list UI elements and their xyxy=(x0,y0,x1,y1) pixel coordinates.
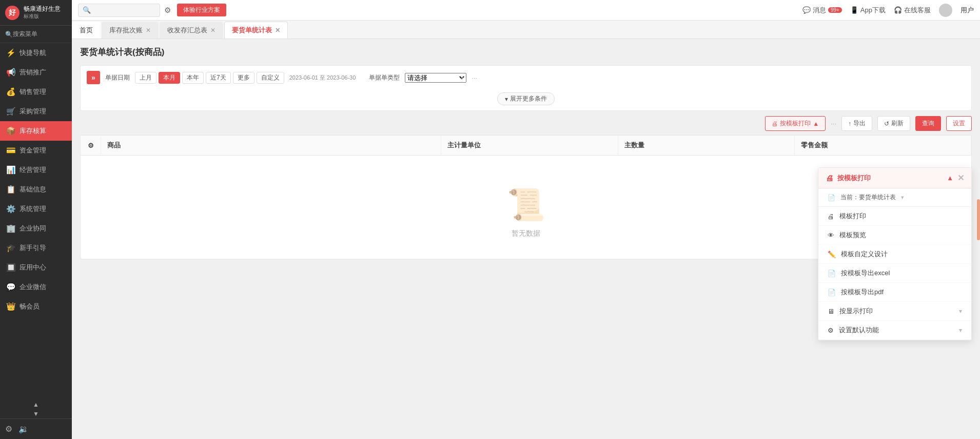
item-label-template-print: 模板打印 xyxy=(839,212,866,221)
date-btn-上月[interactable]: 上月 xyxy=(135,72,156,84)
print-item-template-design[interactable]: ✏️模板自定义设计 xyxy=(818,245,971,264)
scroll-down-arrow[interactable]: ▼ xyxy=(30,409,42,418)
tab-库存批次账[interactable]: 库存批次账✕ xyxy=(102,22,159,39)
print-item-template-preview[interactable]: 👁模板预览 xyxy=(818,226,971,245)
sidebar-item-basic[interactable]: 📋基础信息 xyxy=(0,180,72,199)
table-col-4: 零售金额 xyxy=(795,136,971,155)
app-icon: 📱 xyxy=(850,6,858,14)
table-settings-icon[interactable]: ⚙ xyxy=(88,142,94,149)
page-title: 要货单统计表(按商品) xyxy=(80,46,972,58)
message-label: 消息 xyxy=(813,6,826,15)
message-icon: 💬 xyxy=(802,6,811,14)
print-label: 按模板打印 xyxy=(780,119,811,128)
current-sub-arrow: ▾ xyxy=(901,194,904,201)
sidebar-nav: ⚡快捷导航📢营销推广💰销售管理🛒采购管理📦库存核算💳资金管理📊经营管理📋基础信息… xyxy=(0,43,72,400)
settings-button[interactable]: 设置 xyxy=(946,116,972,131)
print-button[interactable]: 🖨 按模板打印 ▲ xyxy=(765,116,826,131)
app-download-label: App下载 xyxy=(860,6,886,15)
topbar: 🔍 ⚙ 体验行业方案 💬 消息 99+ 📱 App下载 🎧 在线客服 用户 xyxy=(72,0,980,21)
refresh-label: 刷新 xyxy=(891,119,904,128)
refresh-icon: ↺ xyxy=(884,120,889,127)
expand-conditions-button[interactable]: ▾ 展开更多条件 xyxy=(497,92,555,105)
online-service-button[interactable]: 🎧 在线客服 xyxy=(894,6,931,15)
tab-收发存汇总表[interactable]: 收发存汇总表✕ xyxy=(160,22,223,39)
query-button[interactable]: 查询 xyxy=(915,116,941,131)
sidebar-item-system[interactable]: ⚙️系统管理 xyxy=(0,199,72,219)
sidebar-icon-basic: 📋 xyxy=(6,185,15,194)
scroll-up-arrow[interactable]: ▲ xyxy=(30,400,42,409)
tab-bar: 首页库存批次账✕收发存汇总表✕要货单统计表✕ xyxy=(72,21,980,39)
sidebar-item-apps[interactable]: 🔲应用中心 xyxy=(0,258,72,277)
user-avatar[interactable] xyxy=(939,4,952,17)
print-item-default-setting[interactable]: ⚙设置默认功能▾ xyxy=(818,321,971,340)
refresh-button[interactable]: ↺ 刷新 xyxy=(877,116,910,131)
message-button[interactable]: 💬 消息 99+ xyxy=(802,6,842,15)
sidebar-label-inventory: 库存核算 xyxy=(19,126,46,136)
print-dropdown-title: 按模板打印 xyxy=(837,174,871,183)
sidebar-item-finance[interactable]: 💳资金管理 xyxy=(0,141,72,160)
sidebar-item-operation[interactable]: 📊经营管理 xyxy=(0,160,72,180)
sidebar-icon-member: 👑 xyxy=(6,302,15,311)
topbar-search-box[interactable]: 🔍 xyxy=(78,4,160,17)
sidebar-icon-quick-nav: ⚡ xyxy=(6,48,15,58)
sidebar-icon-wechat: 💬 xyxy=(6,282,15,292)
tab-close[interactable]: ✕ xyxy=(210,27,215,34)
sidebar-item-guide[interactable]: 🎓新手引导 xyxy=(0,238,72,258)
app-logo: 好 畅康通好生意 标准版 xyxy=(0,0,72,26)
tab-label: 收发存汇总表 xyxy=(167,26,207,35)
sidebar-item-inventory[interactable]: 📦库存核算 xyxy=(0,121,72,141)
table-col-0: ⚙ xyxy=(81,137,101,155)
type-select-wrapper[interactable]: 请选择 ▾ xyxy=(405,73,466,83)
sidebar-item-wechat[interactable]: 💬企业微信 xyxy=(0,277,72,297)
app-download-button[interactable]: 📱 App下载 xyxy=(850,6,886,15)
sidebar-scrollbar: ▲ ▼ xyxy=(0,400,72,418)
date-btn-本年[interactable]: 本年 xyxy=(182,72,204,84)
print-dropdown-header: 🖨 按模板打印 ▲ ✕ xyxy=(818,168,971,188)
tab-close[interactable]: ✕ xyxy=(275,27,280,34)
tab-close[interactable]: ✕ xyxy=(146,27,151,34)
sidebar-item-quick-nav[interactable]: ⚡快捷导航 xyxy=(0,43,72,63)
sidebar-label-wechat: 企业微信 xyxy=(19,282,46,292)
sidebar-label-apps: 应用中心 xyxy=(19,263,46,272)
print-item-template-print[interactable]: 🖨模板打印 xyxy=(818,207,971,226)
sidebar-item-member[interactable]: 👑畅会员 xyxy=(0,297,72,316)
audio-icon[interactable]: 🔉 xyxy=(18,424,29,434)
search-input[interactable] xyxy=(93,7,154,14)
export-button[interactable]: ↑ 导出 xyxy=(841,116,872,131)
print-dropdown-items-container: 🖨模板打印👁模板预览✏️模板自定义设计📄按模板导出excel📄按模板导出pdf🖥… xyxy=(818,207,971,340)
date-btn-自定义[interactable]: 自定义 xyxy=(257,72,284,84)
sidebar-item-marketing[interactable]: 📢营销推广 xyxy=(0,63,72,82)
close-dropdown-button[interactable]: ✕ xyxy=(957,173,964,183)
trial-button[interactable]: 体验行业方案 xyxy=(177,4,226,16)
sidebar-label-enterprise: 企业协同 xyxy=(19,224,46,233)
sidebar-label-system: 系统管理 xyxy=(19,204,46,214)
more-actions-icon[interactable]: ··· xyxy=(831,120,836,127)
sub-arrow-display-print: ▾ xyxy=(959,308,962,315)
item-icon-default-setting: ⚙ xyxy=(828,327,834,334)
print-item-template-pdf[interactable]: 📄按模板导出pdf xyxy=(818,283,971,302)
expand-label: 展开更多条件 xyxy=(510,94,547,103)
search-icon: 🔍 xyxy=(83,6,91,14)
sidebar-icon-purchase: 🛒 xyxy=(6,107,15,116)
sidebar-search[interactable]: 🔍 搜索菜单 xyxy=(0,26,72,43)
tab-首页[interactable]: 首页 xyxy=(72,22,101,39)
filter-toggle[interactable]: » xyxy=(87,71,100,84)
gear-icon[interactable]: ⚙ xyxy=(164,6,171,15)
sidebar-item-purchase[interactable]: 🛒采购管理 xyxy=(0,102,72,121)
right-scrollbar[interactable] xyxy=(977,199,980,240)
type-select[interactable]: 请选择 xyxy=(405,73,466,83)
print-dropdown: 🖨 按模板打印 ▲ ✕ 📄 当前：要货单统计表 ▾ 🖨模板打印👁模板预览✏️模板… xyxy=(818,167,972,340)
sidebar-item-sales[interactable]: 💰销售管理 xyxy=(0,82,72,102)
date-btn-近7天[interactable]: 近7天 xyxy=(206,72,231,84)
sidebar-label-operation: 经营管理 xyxy=(19,165,46,175)
item-label-template-preview: 模板预览 xyxy=(839,231,866,240)
print-item-display-print[interactable]: 🖥按显示打印▾ xyxy=(818,302,971,321)
sidebar-label-member: 畅会员 xyxy=(19,302,40,311)
settings-icon[interactable]: ⚙ xyxy=(5,424,12,434)
print-item-template-excel[interactable]: 📄按模板导出excel xyxy=(818,264,971,283)
tab-要货单统计表[interactable]: 要货单统计表✕ xyxy=(224,22,288,39)
date-btn-本月[interactable]: 本月 xyxy=(159,72,180,84)
empty-icon: 📜 xyxy=(507,186,545,223)
date-btn-更多[interactable]: 更多 xyxy=(233,72,254,84)
sidebar-item-enterprise[interactable]: 🏢企业协同 xyxy=(0,219,72,238)
